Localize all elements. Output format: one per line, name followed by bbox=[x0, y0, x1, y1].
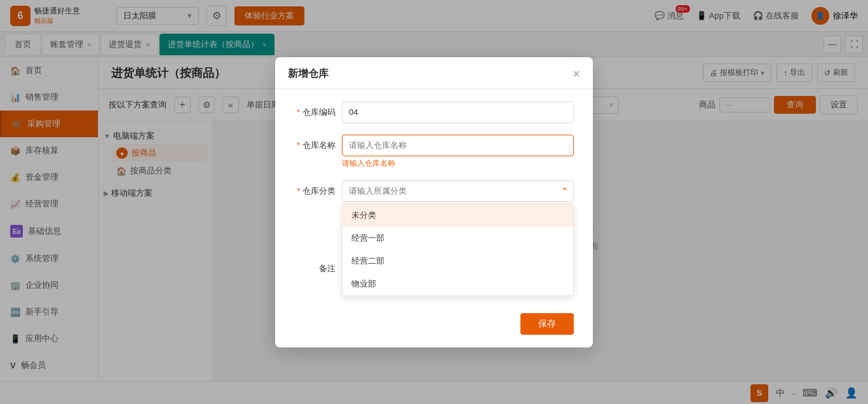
dropdown-item-uncategorized[interactable]: 未分类 bbox=[342, 204, 573, 227]
code-input-wrapper bbox=[342, 102, 574, 123]
category-label: * 仓库分类 bbox=[294, 180, 342, 197]
category-toggle-arrow[interactable]: ⌃ bbox=[560, 185, 569, 197]
category-select-input[interactable] bbox=[342, 180, 574, 202]
name-input-wrapper: 请输入仓库名称 bbox=[342, 135, 574, 169]
name-error-msg: 请输入仓库名称 bbox=[342, 158, 574, 169]
dialog-title: 新增仓库 bbox=[288, 67, 329, 81]
warehouse-code-input[interactable] bbox=[342, 102, 574, 123]
dropdown-item-property[interactable]: 物业部 bbox=[342, 273, 573, 295]
dropdown-item-ops1[interactable]: 经营一部 bbox=[342, 227, 573, 250]
name-label: * 仓库名称 bbox=[294, 135, 342, 151]
category-dropdown: 未分类 经营一部 经营二部 物业部 bbox=[342, 203, 574, 296]
category-select-wrapper: ⌃ 未分类 经营一部 经营二部 物业部 bbox=[342, 180, 574, 202]
dialog-footer: 保存 bbox=[275, 313, 593, 347]
dialog-close-btn[interactable]: × bbox=[573, 67, 580, 80]
code-label: * 仓库编码 bbox=[294, 107, 342, 118]
note-label: 备注 bbox=[294, 259, 342, 274]
add-warehouse-dialog: 新增仓库 × * 仓库编码 * 仓库名称 bbox=[275, 57, 593, 347]
dropdown-item-ops2[interactable]: 经营二部 bbox=[342, 250, 573, 273]
category-form-row: * 仓库分类 ⌃ 未分类 经营一部 经营二部 物业部 bbox=[294, 180, 574, 202]
code-form-row: * 仓库编码 bbox=[294, 102, 574, 123]
name-form-row: * 仓库名称 请输入仓库名称 bbox=[294, 135, 574, 169]
modal-overlay[interactable]: 新增仓库 × * 仓库编码 * 仓库名称 bbox=[0, 0, 868, 404]
warehouse-name-input[interactable] bbox=[342, 135, 574, 156]
save-btn[interactable]: 保存 bbox=[520, 313, 574, 335]
dialog-header: 新增仓库 × bbox=[275, 57, 593, 89]
dialog-body: * 仓库编码 * 仓库名称 请输入仓库名称 bbox=[275, 89, 593, 313]
